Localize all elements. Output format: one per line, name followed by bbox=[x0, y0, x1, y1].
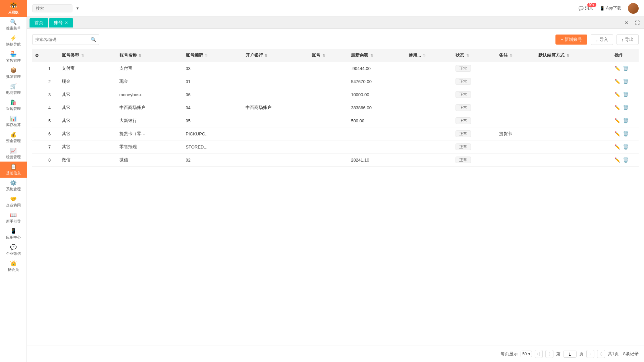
search-box: 🔍 bbox=[32, 34, 99, 45]
col-name[interactable]: 账号名称 ⇅ bbox=[117, 49, 183, 62]
cell-checkbox-2 bbox=[32, 88, 46, 101]
sidebar-item-agreement[interactable]: 🤝 企业协同 bbox=[0, 194, 27, 210]
delete-icon-5[interactable]: 🗑️ bbox=[623, 131, 629, 136]
user-avatar[interactable] bbox=[628, 3, 639, 14]
cell-type-6: 其它 bbox=[59, 140, 117, 154]
cell-code-6: STORED... bbox=[183, 140, 243, 154]
cell-type-1: 现金 bbox=[59, 75, 117, 88]
search-icon[interactable]: 🔍 bbox=[91, 37, 96, 42]
delete-icon-0[interactable]: 🗑️ bbox=[623, 66, 629, 71]
total-label: 共1页，8条记录 bbox=[608, 351, 639, 357]
cell-num-1: 2 bbox=[46, 75, 59, 88]
basic-info-icon: 📋 bbox=[10, 164, 17, 170]
edit-icon-6[interactable]: ✏️ bbox=[614, 144, 620, 149]
sidebar-item-inventory[interactable]: 📊 库存核算 bbox=[0, 113, 27, 129]
col-gear[interactable]: ⚙ bbox=[32, 49, 46, 62]
cell-balance-3: 383866.00 bbox=[348, 101, 406, 114]
tab-account[interactable]: 账号 ✕ bbox=[49, 18, 73, 27]
sidebar-item-member[interactable]: 👑 畅会员 bbox=[0, 258, 27, 274]
purchase-label: 采购管理 bbox=[6, 107, 21, 111]
edit-icon-4[interactable]: ✏️ bbox=[614, 118, 620, 123]
page-first-button[interactable]: ⟨⟨ bbox=[535, 350, 543, 358]
tab-minimize-button[interactable]: ✕ bbox=[623, 19, 631, 27]
sidebar-item-wechat[interactable]: 💬 企业微信 bbox=[0, 242, 27, 258]
add-account-button[interactable]: + 新增账号 bbox=[555, 35, 587, 45]
col-usage[interactable]: 使用... ⇅ bbox=[406, 49, 453, 62]
sidebar-item-app-center[interactable]: 📱 应用中心 bbox=[0, 226, 27, 242]
page-input[interactable] bbox=[563, 351, 577, 358]
sidebar-item-purchase[interactable]: 🛍️ 采购管理 bbox=[0, 97, 27, 113]
content-area: 🔍 + 新增账号 ↓ 导入 ↑ 导出 ⚙ 账号类型 ⇅ bbox=[27, 29, 644, 346]
edit-icon-5[interactable]: ✏️ bbox=[614, 131, 620, 136]
sidebar-item-quick-nav[interactable]: ⚡ 快捷导航 bbox=[0, 33, 27, 49]
sidebar-item-ecommerce[interactable]: 🛒 电商管理 bbox=[0, 81, 27, 97]
col-balance[interactable]: 最新余额 ⇅ bbox=[348, 49, 406, 62]
status-badge-1: 正常 bbox=[455, 78, 471, 85]
col-status[interactable]: 状态 ⇅ bbox=[453, 49, 496, 62]
table-row: 7 其它 零售抵现 STORED... 正常 ✏️ 🗑️ bbox=[32, 140, 639, 154]
edit-icon-0[interactable]: ✏️ bbox=[614, 66, 620, 71]
tab-home[interactable]: 首页 bbox=[30, 18, 48, 27]
topbar-dropdown[interactable]: ▾ bbox=[76, 6, 79, 11]
cell-checkbox-1 bbox=[32, 75, 46, 88]
cell-num-4: 5 bbox=[46, 114, 59, 127]
sidebar-item-guide[interactable]: 📖 新手引导 bbox=[0, 210, 27, 226]
tab-account-close-icon[interactable]: ✕ bbox=[65, 20, 68, 25]
delete-icon-1[interactable]: 🗑️ bbox=[623, 79, 629, 84]
col-action: 操作 bbox=[612, 49, 639, 62]
import-button[interactable]: ↓ 导入 bbox=[591, 34, 613, 45]
cell-name-0: 支付宝 bbox=[117, 62, 183, 75]
search-input[interactable] bbox=[35, 37, 91, 42]
delete-icon-6[interactable]: 🗑️ bbox=[623, 144, 629, 149]
cell-usage-7 bbox=[406, 154, 453, 167]
edit-icon-1[interactable]: ✏️ bbox=[614, 79, 620, 84]
operations-icon: 📈 bbox=[10, 147, 17, 154]
search-menu-label: 搜索菜单 bbox=[6, 26, 21, 31]
sidebar-item-system[interactable]: ⚙️ 系统管理 bbox=[0, 178, 27, 194]
app-download-button[interactable]: 📱 App下载 bbox=[600, 5, 621, 11]
delete-icon-3[interactable]: 🗑️ bbox=[623, 105, 629, 110]
col-bank[interactable]: 开户银行 ⇅ bbox=[243, 49, 309, 62]
app-download-label: App下载 bbox=[606, 5, 621, 11]
col-type[interactable]: 账号类型 ⇅ bbox=[59, 49, 117, 62]
page-prev-button[interactable]: ⟨ bbox=[545, 350, 553, 358]
col-default[interactable]: 默认结算方式 ⇅ bbox=[536, 49, 612, 62]
sidebar-item-basic-info[interactable]: 📋 基础信息 bbox=[0, 162, 27, 178]
sidebar-item-operations[interactable]: 📈 经营管理 bbox=[0, 145, 27, 162]
delete-icon-2[interactable]: 🗑️ bbox=[623, 92, 629, 97]
export-button[interactable]: ↑ 导出 bbox=[616, 34, 639, 45]
sidebar-item-wholesale[interactable]: 📦 批发管理 bbox=[0, 65, 27, 81]
cell-default-2 bbox=[536, 88, 612, 101]
cell-account-0 bbox=[309, 62, 348, 75]
sort-default-icon: ⇅ bbox=[567, 54, 569, 57]
delete-icon-4[interactable]: 🗑️ bbox=[623, 118, 629, 123]
message-button[interactable]: 💬 消息 99+ bbox=[579, 5, 593, 11]
cell-usage-0 bbox=[406, 62, 453, 75]
sidebar-item-finance[interactable]: 💰 资金管理 bbox=[0, 129, 27, 145]
col-code[interactable]: 账号编码 ⇅ bbox=[183, 49, 243, 62]
topbar-search-input[interactable] bbox=[32, 4, 72, 12]
cell-note-6 bbox=[496, 140, 536, 154]
cell-note-3 bbox=[496, 101, 536, 114]
cell-name-2: moneybosx bbox=[117, 88, 183, 101]
page-last-button[interactable]: ⟩⟩ bbox=[597, 350, 605, 358]
cell-account-2 bbox=[309, 88, 348, 101]
sidebar-item-search-menu[interactable]: 🔍 搜索菜单 bbox=[0, 17, 27, 33]
table-row: 4 其它 中百商场账户 04 中百商场账户 383866.00 正常 ✏️ 🗑️ bbox=[32, 101, 639, 114]
page-size-select[interactable]: 50 ▾ bbox=[521, 351, 532, 357]
cell-note-2 bbox=[496, 88, 536, 101]
sidebar-item-retail[interactable]: 🏪 零售管理 bbox=[0, 49, 27, 65]
cell-balance-5 bbox=[348, 127, 406, 140]
cell-usage-5 bbox=[406, 127, 453, 140]
tab-expand-button[interactable]: ⛶ bbox=[633, 19, 641, 27]
page-next-button[interactable]: ⟩ bbox=[586, 350, 594, 358]
cell-bank-6 bbox=[243, 140, 309, 154]
system-label: 系统管理 bbox=[6, 187, 21, 191]
col-note[interactable]: 备注 ⇅ bbox=[496, 49, 536, 62]
col-account[interactable]: 账号 ⇅ bbox=[309, 49, 348, 62]
edit-icon-3[interactable]: ✏️ bbox=[614, 105, 620, 110]
delete-icon-7[interactable]: 🗑️ bbox=[623, 157, 629, 163]
edit-icon-7[interactable]: ✏️ bbox=[614, 157, 620, 163]
edit-icon-2[interactable]: ✏️ bbox=[614, 92, 620, 97]
cell-status-2: 正常 bbox=[453, 88, 496, 101]
